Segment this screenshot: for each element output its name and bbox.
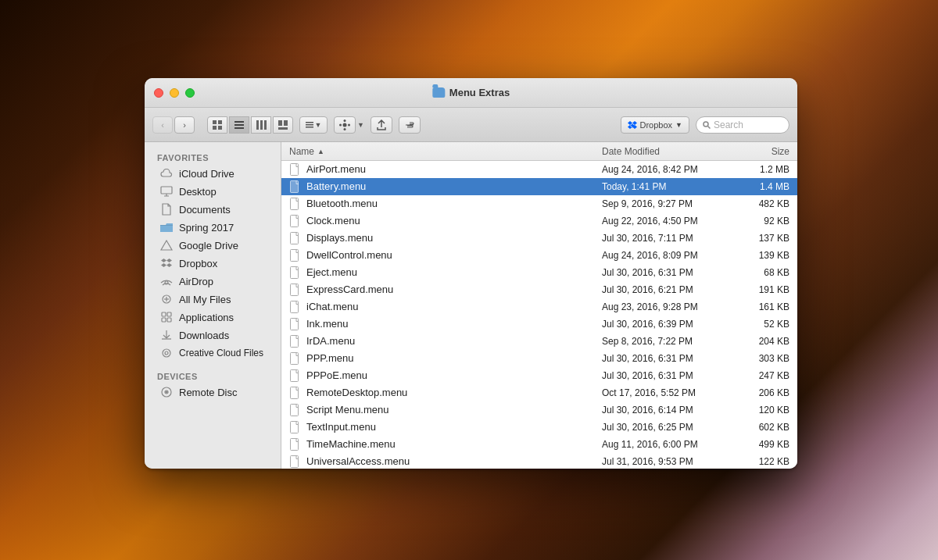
file-date: Jul 30, 2016, 6:31 PM [602,370,727,381]
svg-rect-3 [218,126,222,130]
sidebar-item-documents[interactable]: Documents [148,201,277,218]
svg-rect-49 [291,369,299,381]
downloads-icon [160,329,173,341]
sidebar-item-allmyfiles[interactable]: All My Files [148,291,277,308]
back-button[interactable]: ‹ [152,116,173,134]
sidebar-item-desktop[interactable]: Desktop [148,183,277,200]
svg-rect-23 [161,187,172,194]
file-row[interactable]: TextInput.menu Jul 30, 2016, 6:25 PM 602… [281,419,797,436]
file-row[interactable]: TimeMachine.menu Aug 11, 2016, 6:00 PM 4… [281,436,797,453]
file-date: Oct 17, 2016, 5:52 PM [602,387,727,398]
file-row[interactable]: Bluetooth.menu Sep 9, 2016, 9:27 PM 482 … [281,195,797,212]
file-size: 191 KB [727,284,789,295]
file-row[interactable]: Script Menu.menu Jul 30, 2016, 6:14 PM 1… [281,401,797,419]
svg-rect-14 [306,124,313,126]
folder-icon [160,221,173,234]
sidebar-item-icloud[interactable]: iCloud Drive [148,165,277,182]
file-row[interactable]: iChat.menu Aug 23, 2016, 9:28 PM 161 KB [281,298,797,316]
svg-rect-12 [278,127,288,130]
file-row[interactable]: UniversalAccess.menu Jul 31, 2016, 9:53 … [281,453,797,469]
file-name: DwellControl.menu [306,249,602,261]
cover-flow-button[interactable] [273,116,293,134]
nav-buttons: ‹ › [152,116,195,134]
file-row[interactable]: IrDA.menu Sep 8, 2016, 7:22 PM 204 KB [281,333,797,350]
svg-rect-28 [162,312,166,316]
icon-view-button[interactable] [207,116,227,134]
file-name: Battery.menu [306,180,602,192]
sidebar-item-spring2017[interactable]: Spring 2017 [148,219,277,236]
sidebar-item-label: Spring 2017 [179,222,234,234]
file-row[interactable]: Eject.menu Jul 30, 2016, 6:31 PM 68 KB [281,264,797,281]
sidebar-item-remotedisc[interactable]: Remote Disc [148,383,277,401]
search-box[interactable]: Search [696,116,789,134]
file-size: 120 KB [727,405,789,416]
desktop-icon [160,185,173,198]
file-date: Jul 30, 2016, 6:25 PM [602,422,727,433]
name-column-header[interactable]: Name ▲ [289,146,602,157]
date-column-header[interactable]: Date Modified [602,146,727,157]
sidebar-item-googledrive[interactable]: Google Drive [148,237,277,254]
arrange-button[interactable] [334,116,356,134]
file-name: iChat.menu [306,301,602,312]
svg-rect-10 [278,120,282,126]
sidebar-item-creativecloud[interactable]: Creative Cloud Files [148,344,277,362]
file-size: 204 KB [727,336,789,347]
file-date: Aug 24, 2016, 8:09 PM [602,250,727,261]
file-size: 92 KB [727,216,789,226]
file-date: Jul 30, 2016, 6:31 PM [602,353,727,364]
sidebar-item-label: Applications [179,312,234,323]
sidebar-item-label: Remote Disc [179,387,237,398]
file-name: Ink.menu [306,318,602,330]
finder-window: Menu Extras ‹ › [145,78,797,469]
file-name: ExpressCard.menu [306,284,602,295]
file-row[interactable]: AirPort.menu Aug 24, 2016, 8:42 PM 1.2 M… [281,161,797,178]
share-button[interactable] [371,116,392,134]
file-size: 247 KB [727,370,789,381]
file-size: 602 KB [727,422,789,433]
dropbox-button[interactable]: Dropbox ▼ [621,116,690,134]
svg-rect-31 [167,318,171,322]
file-row[interactable]: Displays.menu Jul 30, 2016, 7:11 PM 137 … [281,230,797,247]
arrange-dropdown-arrow: ▼ [357,121,364,129]
sidebar-item-label: All My Files [179,294,231,305]
minimize-button[interactable] [170,88,179,98]
file-row[interactable]: DwellControl.menu Aug 24, 2016, 8:09 PM … [281,247,797,264]
sidebar-item-label: Dropbox [179,258,217,269]
googledrive-icon [160,239,173,251]
svg-rect-30 [162,318,166,322]
sidebar-item-airdrop[interactable]: AirDrop [148,273,277,290]
maximize-button[interactable] [185,88,195,98]
sidebar-item-applications[interactable]: Applications [148,309,277,326]
svg-point-20 [348,123,350,126]
creativecloud-icon [160,347,173,359]
svg-rect-43 [291,266,299,278]
file-date: Sep 8, 2016, 7:22 PM [602,336,727,347]
file-row[interactable]: Clock.menu Aug 22, 2016, 4:50 PM 92 KB [281,212,797,230]
file-size: 1.2 MB [727,164,789,175]
view-options-dropdown[interactable]: ▼ [299,116,328,134]
devices-section-title: Devices [145,369,281,383]
forward-button[interactable]: › [174,116,195,134]
file-row[interactable]: PPP.menu Jul 30, 2016, 6:31 PM 303 KB [281,350,797,367]
svg-rect-44 [291,284,299,295]
svg-rect-48 [291,352,299,364]
sidebar-item-downloads[interactable]: Downloads [148,326,277,344]
file-size: 137 KB [727,233,789,244]
documents-icon [160,203,173,216]
file-row[interactable]: ExpressCard.menu Jul 30, 2016, 6:21 PM 1… [281,281,797,298]
size-column-header[interactable]: Size [727,146,789,157]
svg-rect-41 [291,232,299,244]
svg-rect-2 [213,126,217,130]
column-view-button[interactable] [251,116,271,134]
list-view-button[interactable] [229,116,249,134]
file-name: PPP.menu [306,352,602,364]
file-row[interactable]: Battery.menu Today, 1:41 PM 1.4 MB [281,178,797,195]
close-button[interactable] [154,88,163,98]
action-button[interactable] [399,116,421,134]
svg-rect-1 [218,120,222,124]
file-row[interactable]: RemoteDesktop.menu Oct 17, 2016, 5:52 PM… [281,384,797,401]
svg-rect-52 [291,421,299,433]
file-row[interactable]: Ink.menu Jul 30, 2016, 6:39 PM 52 KB [281,316,797,333]
sidebar-item-dropbox[interactable]: Dropbox [148,255,277,272]
file-row[interactable]: PPPoE.menu Jul 30, 2016, 6:31 PM 247 KB [281,367,797,384]
